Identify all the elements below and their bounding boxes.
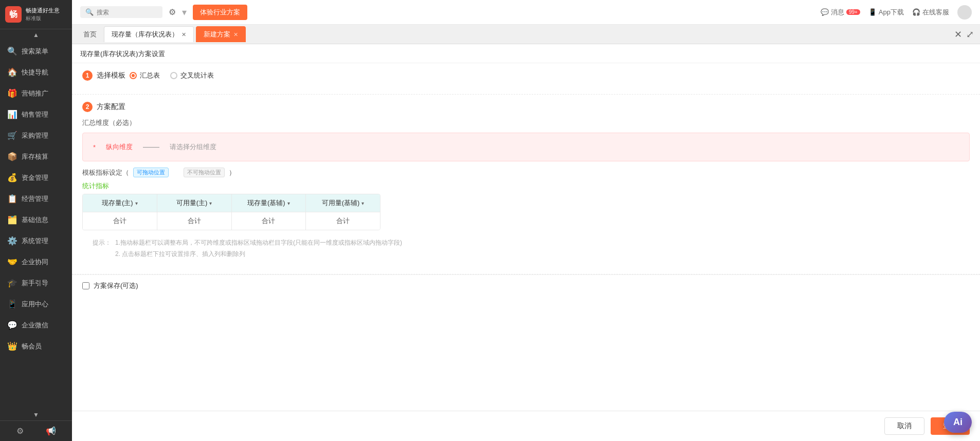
sidebar-item-label: 应用中心 — [22, 300, 48, 309]
sidebar-item-member[interactable]: 👑 畅会员 — [0, 336, 72, 357]
topbar-chevron-icon[interactable]: ▾ — [182, 7, 187, 18]
radio-summary[interactable]: 汇总表 — [130, 71, 160, 80]
save-plan-checkbox[interactable] — [82, 282, 89, 289]
scroll-up-arrow[interactable]: ▲ — [0, 29, 72, 41]
sidebar-item-shortcut[interactable]: 🏠 快捷导航 — [0, 62, 72, 83]
indicators-label-text: 模板指标设定（ — [82, 168, 129, 177]
sidebar-item-marketing[interactable]: 🎁 营销推广 — [0, 83, 72, 104]
sidebar-item-label: 搜索菜单 — [22, 47, 48, 56]
panel-header: 现存量(库存状况表)方案设置 — [72, 44, 980, 63]
metrics-col-2[interactable]: 现存量(基辅) ▾ — [232, 194, 306, 212]
sidebar-item-label: 畅会员 — [22, 342, 42, 351]
tab-inventory-status[interactable]: 现存量（库存状况表） ✕ — [104, 26, 194, 42]
app-download-label: App下载 — [879, 8, 904, 17]
scroll-down-arrow[interactable]: ▼ — [0, 409, 72, 420]
dimension-label-text: 汇总维度（必选） — [82, 119, 136, 126]
radio-cross-label: 交叉统计表 — [180, 71, 214, 80]
sidebar-item-label: 采购管理 — [22, 131, 48, 140]
crown-icon: 👑 — [7, 341, 17, 351]
sidebar-item-search[interactable]: 🔍 搜索菜单 — [0, 41, 72, 62]
dimension-dash: —— — [143, 142, 159, 152]
step2-num: 2 — [82, 102, 93, 112]
search-icon: 🔍 — [7, 46, 17, 56]
tab-new-plan[interactable]: 新建方案 ✕ — [196, 26, 246, 42]
step2-label: 方案配置 — [97, 102, 125, 112]
metrics-col-2-chevron[interactable]: ▾ — [287, 200, 290, 206]
metrics-col-1-chevron[interactable]: ▾ — [209, 200, 212, 206]
expand-panel-icon[interactable]: ⤢ — [966, 29, 974, 40]
sidebar-item-sales[interactable]: 📊 销售管理 — [0, 104, 72, 125]
radio-cross-circle[interactable] — [170, 72, 177, 79]
sidebar-item-enterprise[interactable]: 🤝 企业协同 — [0, 251, 72, 272]
save-plan-row: 方案保存(可选) — [72, 274, 980, 297]
indicators-suffix: ） — [229, 168, 235, 177]
sidebar-item-newbie[interactable]: 🎓 新手引导 — [0, 272, 72, 293]
page-title: 现存量(库存状况表)方案设置 — [80, 50, 165, 58]
tab-inventory-close-icon[interactable]: ✕ — [182, 31, 186, 38]
tab-home[interactable]: 首页 — [78, 27, 102, 42]
sidebar-item-inventory[interactable]: 📦 库存核算 — [0, 146, 72, 167]
step2-section: 2 方案配置 汇总维度（必选） * 纵向维度 —— 请选择分组维度 模板指标设定… — [72, 95, 980, 274]
metrics-col-3[interactable]: 可用量(基辅) ▾ — [306, 194, 380, 212]
dimension-row: * 纵向维度 —— 请选择分组维度 — [82, 133, 970, 161]
search-icon: 🔍 — [85, 8, 94, 16]
sidebar-item-wechat[interactable]: 💬 企业微信 — [0, 315, 72, 336]
non-draggable-badge: 不可拖动位置 — [184, 168, 225, 177]
ai-bubble[interactable]: Ai — [944, 412, 972, 433]
topbar: 🔍 ⚙ ▾ 体验行业方案 💬 消息 99+ 📱 App下载 🎧 在线客服 — [72, 0, 980, 25]
hint-title: 提示： — [93, 237, 111, 249]
chat-icon: 💬 — [7, 320, 17, 330]
sidebar-item-purchase[interactable]: 🛒 采购管理 — [0, 125, 72, 146]
hint-item-0: 提示： 1.拖动标题栏可以调整布局，不可跨维度或指标区域拖动栏目字段(只能在同一… — [93, 237, 959, 249]
trial-button[interactable]: 体验行业方案 — [193, 5, 247, 20]
message-badge: 99+ — [846, 9, 860, 15]
metrics-header-row: 现存量(主) ▾ 可用量(主) ▾ 现存量(基辅) ▾ — [83, 194, 380, 212]
logo-icon: 畅 — [5, 6, 22, 23]
graduate-icon: 🎓 — [7, 278, 17, 288]
ai-label: Ai — [953, 417, 963, 427]
user-avatar[interactable] — [957, 5, 972, 20]
step1-title: 1 选择模板 汇总表 交叉统计表 — [82, 70, 970, 81]
sidebar-item-label: 企业协同 — [22, 258, 48, 267]
tab-inventory-status-label: 现存量（库存状况表） — [112, 30, 178, 39]
main-area: 🔍 ⚙ ▾ 体验行业方案 💬 消息 99+ 📱 App下载 🎧 在线客服 首页 — [72, 0, 980, 441]
radio-summary-circle[interactable] — [130, 72, 137, 79]
dimension-required-mark: * — [93, 143, 96, 151]
sidebar-item-label: 快捷导航 — [22, 68, 48, 77]
cancel-button[interactable]: 取消 — [884, 417, 924, 435]
topbar-gear-icon[interactable]: ⚙ — [169, 7, 176, 17]
hint-text-1: 2. 点击标题栏下拉可设置排序、插入列和删除列 — [115, 249, 245, 260]
app-name: 畅捷通好生意 — [26, 7, 60, 14]
tab-controls: ✕ ⤢ — [954, 29, 974, 40]
content-area: 现存量(库存状况表)方案设置 1 选择模板 汇总表 — [72, 44, 980, 441]
sidebar-item-finance[interactable]: 💰 资金管理 — [0, 167, 72, 188]
sidebar-item-system[interactable]: ⚙️ 系统管理 — [0, 230, 72, 251]
metrics-summary-1: 合计 — [157, 212, 232, 230]
sidebar-item-label: 销售管理 — [22, 110, 48, 119]
speaker-icon[interactable]: 📢 — [46, 426, 56, 436]
message-item[interactable]: 💬 消息 99+ — [821, 8, 860, 17]
sidebar-item-label: 基础信息 — [22, 215, 48, 225]
metrics-col-1[interactable]: 可用量(主) ▾ — [157, 194, 232, 212]
sidebar-item-label: 新手引导 — [22, 279, 48, 288]
gift-icon: 🎁 — [7, 88, 17, 98]
radio-cross[interactable]: 交叉统计表 — [170, 71, 214, 80]
close-panel-icon[interactable]: ✕ — [954, 29, 962, 40]
stats-title: 统计指标 — [82, 181, 970, 191]
metrics-col-1-label: 可用量(主) — [176, 198, 208, 208]
sidebar-item-operation[interactable]: 📋 经营管理 — [0, 188, 72, 209]
search-input[interactable] — [97, 9, 158, 16]
search-box[interactable]: 🔍 — [80, 6, 162, 18]
gear-bottom-icon[interactable]: ⚙ — [16, 426, 24, 436]
metrics-col-0-chevron[interactable]: ▾ — [135, 200, 138, 206]
step2-title: 2 方案配置 — [82, 102, 970, 112]
message-label: 消息 — [831, 8, 844, 17]
online-service-item[interactable]: 🎧 在线客服 — [912, 8, 949, 17]
app-download-item[interactable]: 📱 App下载 — [868, 8, 904, 17]
metrics-col-0[interactable]: 现存量(主) ▾ — [83, 194, 157, 212]
topbar-right: 💬 消息 99+ 📱 App下载 🎧 在线客服 — [821, 5, 972, 20]
metrics-col-3-chevron[interactable]: ▾ — [361, 200, 364, 206]
sidebar-item-basic[interactable]: 🗂️ 基础信息 — [0, 209, 72, 230]
tab-new-plan-close-icon[interactable]: ✕ — [233, 31, 238, 38]
sidebar-item-apps[interactable]: 📱 应用中心 — [0, 293, 72, 315]
